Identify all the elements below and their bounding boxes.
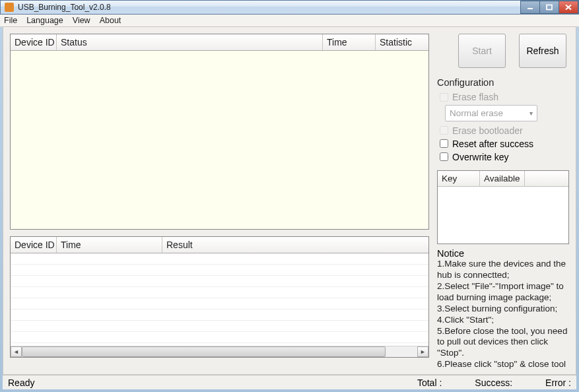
col-key[interactable]: Key (438, 171, 480, 186)
window-title: USB_Burning_Tool_v2.0.8 (18, 3, 517, 12)
config-heading: Configuration (437, 77, 569, 88)
menu-about[interactable]: About (100, 16, 121, 25)
col-rresult[interactable]: Result (162, 237, 428, 253)
erase-mode-select[interactable]: Normal erase ▾ (445, 105, 537, 121)
status-total: Total : (417, 377, 442, 388)
erase-bootloader-checkbox[interactable] (440, 126, 448, 135)
erase-mode-value: Normal erase (450, 108, 503, 118)
refresh-button[interactable]: Refresh (519, 34, 566, 68)
menu-language[interactable]: Language (26, 16, 63, 25)
col-status[interactable]: Status (57, 34, 323, 50)
overwrite-key-label: Overwrite key (452, 152, 509, 162)
device-table: Device ID Status Time Statistic (10, 34, 429, 230)
scroll-right-icon[interactable]: ► (417, 346, 428, 357)
notice-text: 1.Make sure the devices and the hub is c… (437, 259, 569, 370)
status-success: Success: (475, 377, 512, 388)
reset-after-label: Reset after success (452, 139, 533, 149)
svg-rect-1 (547, 5, 552, 10)
col-device-id[interactable]: Device ID (11, 34, 57, 50)
menu-file[interactable]: File (4, 16, 17, 25)
result-table-body (11, 253, 428, 346)
col-rdevice-id[interactable]: Device ID (11, 237, 57, 253)
erase-flash-label: Erase flash (452, 92, 498, 102)
col-statistic[interactable]: Statistic (376, 34, 428, 50)
key-table: Key Available (437, 170, 569, 244)
result-table: Device ID Time Result ◄ ► (10, 236, 429, 358)
menubar: File Language View About (0, 15, 579, 27)
col-time[interactable]: Time (323, 34, 376, 50)
status-error: Error : (545, 377, 571, 388)
col-available[interactable]: Available (480, 171, 525, 186)
col-rtime[interactable]: Time (57, 237, 162, 253)
minimize-button[interactable] (520, 1, 540, 14)
overwrite-key-checkbox[interactable] (440, 152, 448, 161)
statusbar: Ready Total : Success: Error : (3, 375, 576, 389)
app-icon (5, 3, 14, 12)
chevron-down-icon: ▾ (529, 110, 533, 117)
erase-flash-checkbox[interactable] (440, 93, 448, 102)
titlebar: USB_Burning_Tool_v2.0.8 (0, 0, 579, 15)
notice-heading: Notice (437, 248, 569, 259)
horizontal-scrollbar[interactable]: ◄ ► (11, 346, 428, 357)
close-button[interactable] (559, 1, 578, 14)
device-table-body (11, 51, 428, 229)
status-ready: Ready (8, 377, 417, 388)
start-button[interactable]: Start (458, 34, 506, 68)
scroll-left-icon[interactable]: ◄ (11, 346, 22, 357)
menu-view[interactable]: View (73, 16, 90, 25)
reset-after-checkbox[interactable] (440, 139, 448, 148)
erase-bootloader-label: Erase bootloader (452, 125, 523, 136)
maximize-button[interactable] (539, 1, 559, 14)
